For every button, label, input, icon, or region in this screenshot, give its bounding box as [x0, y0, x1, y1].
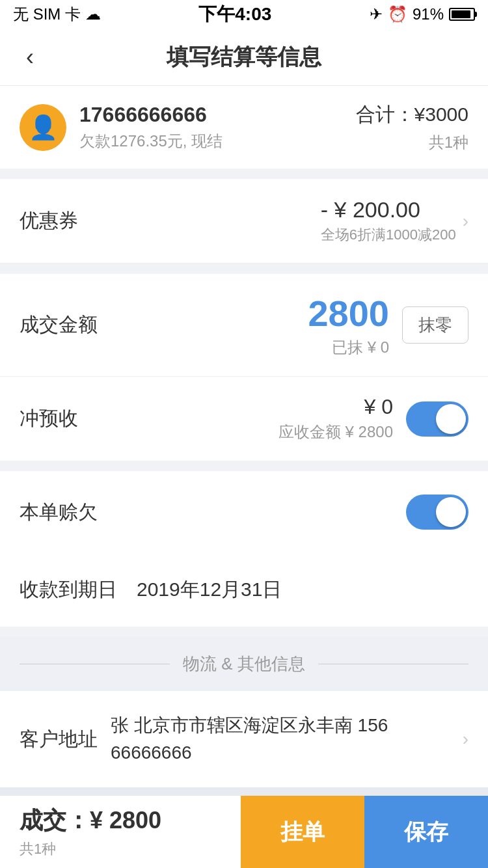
- bottom-deal-value: ¥ 2800: [90, 807, 161, 834]
- total-amount: 合计：¥3000: [356, 102, 468, 128]
- address-row[interactable]: 客户地址 张 北京市市辖区海淀区永丰南 156 66666666 ›: [0, 691, 488, 787]
- customer-details: 17666666666 欠款1276.35元, 现结: [79, 103, 223, 152]
- prepay-label: 冲预收: [20, 405, 78, 432]
- debt-toggle-knob: [436, 497, 466, 527]
- prepay-row: 冲预收 ¥ 0 应收金额 ¥ 2800: [0, 377, 488, 461]
- coupon-amount: - ¥ 200.00: [321, 197, 456, 223]
- due-date-row: 收款到期日 2019年12月31日: [0, 553, 488, 627]
- deal-amount-sub: 已抹 ¥ 0: [308, 337, 389, 358]
- toggle-knob: [436, 404, 466, 434]
- avatar: 👤: [20, 104, 66, 151]
- battery-tip: [475, 12, 477, 17]
- prepay-sub: 应收金额 ¥ 2800: [278, 422, 393, 442]
- logistics-section-header: 物流 & 其他信息: [0, 637, 488, 691]
- address-value: 张 北京市市辖区海淀区永丰南 156 66666666: [111, 712, 450, 766]
- status-left: 无 SIM 卡 ☁: [13, 4, 101, 25]
- customer-phone: 17666666666: [79, 103, 223, 127]
- battery-fill: [452, 10, 470, 18]
- address-label: 客户地址: [20, 726, 98, 753]
- total-count: 共1种: [356, 132, 468, 153]
- debt-label: 本单赊欠: [20, 499, 98, 526]
- due-date-value: 2019年12月31日: [137, 576, 282, 603]
- bottom-count: 共1种: [20, 839, 221, 859]
- status-right: ✈ ⏰ 91%: [370, 5, 475, 23]
- back-button[interactable]: ‹: [20, 37, 40, 77]
- prepay-right: ¥ 0 应收金额 ¥ 2800: [278, 395, 468, 442]
- bottom-summary: 成交：¥ 2800 共1种: [0, 805, 241, 859]
- debt-toggle[interactable]: [406, 495, 468, 530]
- deal-amount-right: 2800 已抹 ¥ 0 抹零: [308, 292, 468, 358]
- logistics-line-left: [20, 664, 170, 664]
- logistics-label: 物流 & 其他信息: [183, 653, 305, 675]
- deal-amount-info: 2800 已抹 ¥ 0: [308, 292, 389, 358]
- sim-status: 无 SIM 卡 ☁: [13, 4, 101, 25]
- deal-amount-value: 2800: [308, 292, 389, 334]
- coupon-row[interactable]: 优惠券 - ¥ 200.00 全场6折满1000减200 ›: [0, 179, 488, 264]
- content: 👤 17666666666 欠款1276.35元, 现结 合计：¥3000 共1…: [0, 86, 488, 868]
- prepay-toggle[interactable]: [406, 401, 468, 437]
- coupon-right: - ¥ 200.00 全场6折满1000减200 ›: [321, 197, 468, 245]
- coupon-desc: 全场6折满1000减200: [321, 225, 456, 245]
- battery-percent: 91%: [413, 5, 444, 23]
- customer-card: 👤 17666666666 欠款1276.35元, 现结 合计：¥3000 共1…: [0, 86, 488, 169]
- logistics-line-right: [318, 664, 468, 664]
- alarm-icon: ⏰: [388, 5, 407, 23]
- pending-button[interactable]: 挂单: [241, 796, 364, 869]
- address-chevron-icon: ›: [463, 729, 468, 750]
- debt-row: 本单赊欠: [0, 471, 488, 553]
- section-divider-3: [0, 627, 488, 637]
- customer-debt: 欠款1276.35元, 现结: [79, 131, 223, 152]
- coupon-info: - ¥ 200.00 全场6折满1000减200: [321, 197, 456, 245]
- save-button[interactable]: 保存: [364, 796, 488, 869]
- customer-total: 合计：¥3000 共1种: [356, 102, 468, 153]
- deal-amount-row: 成交金额 2800 已抹 ¥ 0 抹零: [0, 274, 488, 377]
- section-divider-1: [0, 264, 488, 274]
- section-divider-2: [0, 461, 488, 471]
- status-bar: 无 SIM 卡 ☁ 下午4:03 ✈ ⏰ 91%: [0, 0, 488, 29]
- customer-info-left: 👤 17666666666 欠款1276.35元, 现结: [20, 103, 223, 152]
- round-zero-button[interactable]: 抹零: [402, 306, 468, 344]
- avatar-icon: 👤: [29, 114, 58, 141]
- page-title: 填写结算等信息: [167, 42, 321, 72]
- bottom-deal-row: 成交：¥ 2800: [20, 805, 221, 837]
- coupon-chevron-icon: ›: [463, 211, 468, 232]
- bottom-deal-label: 成交：: [20, 807, 90, 834]
- nav-bar: ‹ 填写结算等信息: [0, 29, 488, 86]
- status-time: 下午4:03: [198, 2, 271, 27]
- location-icon: ✈: [370, 5, 383, 23]
- prepay-info: ¥ 0 应收金额 ¥ 2800: [278, 395, 393, 442]
- bottom-bar: 成交：¥ 2800 共1种 挂单 保存: [0, 795, 488, 868]
- deal-amount-label: 成交金额: [20, 312, 98, 338]
- due-date-label: 收款到期日: [20, 576, 117, 603]
- prepay-value: ¥ 0: [278, 395, 393, 419]
- coupon-label: 优惠券: [20, 208, 78, 234]
- battery-bar: [449, 8, 475, 21]
